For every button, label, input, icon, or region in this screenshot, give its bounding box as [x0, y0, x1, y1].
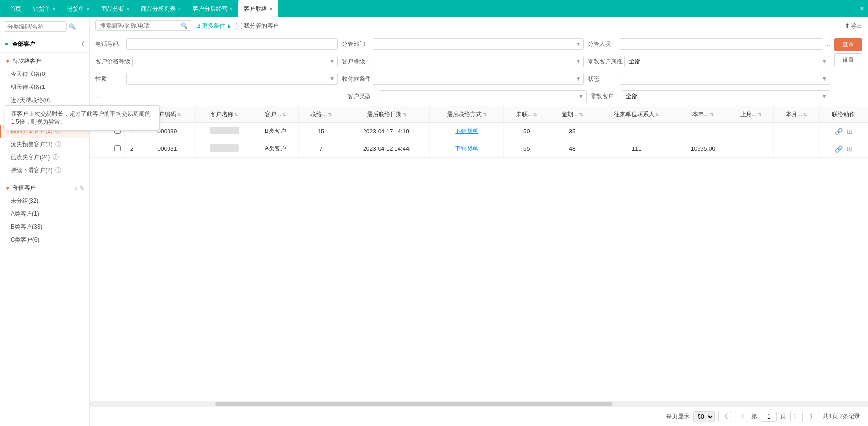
th-pending[interactable]: 未联...⇅ — [504, 106, 549, 123]
payment-select[interactable] — [373, 73, 584, 85]
sidebar-ungrouped[interactable]: 未分组(32) — [0, 194, 89, 207]
sidebar-search-icon[interactable]: 🔍 — [69, 23, 76, 30]
nature-field: 性质 ▼ — [95, 73, 338, 85]
my-customers-checkbox[interactable] — [236, 23, 242, 29]
row4-dots[interactable]: ... — [95, 93, 100, 100]
price-level-select[interactable] — [132, 56, 338, 67]
th-last-month[interactable]: 上月...⇅ — [728, 106, 774, 123]
sidebar-search-input[interactable] — [4, 21, 67, 32]
table-row: 2 000031 A类客户 7 2023-04-12 14:44: 下销货单 5… — [90, 140, 868, 158]
retail-attr-select[interactable]: 全部 — [624, 56, 830, 67]
nav-sales-order[interactable]: 销货单 × — [27, 0, 61, 17]
th-last-contact-method[interactable]: 最后联络方式⇅ — [430, 106, 504, 123]
close-contact-icon[interactable]: × — [269, 6, 272, 12]
prev-page-button[interactable]: 〈 — [735, 411, 747, 422]
next-page-button[interactable]: 〉 — [790, 411, 803, 422]
close-product-analysis-icon[interactable]: × — [126, 6, 129, 12]
horizontal-scrollbar[interactable] — [90, 401, 868, 407]
customer-level-select[interactable] — [373, 56, 584, 67]
person-field: 分管人员 ... — [588, 38, 830, 50]
nav-product-analysis-list[interactable]: 商品分析列表 × — [135, 0, 186, 17]
status-field: 状态 ▼ — [588, 73, 830, 85]
row1-type: B类客户 — [253, 123, 298, 140]
more-conditions-button[interactable]: ⊿ 更多条件 ▲ — [196, 22, 232, 30]
per-page-label: 每页显示 — [666, 412, 689, 421]
nav-customer-contact[interactable]: 客户联络 × — [238, 0, 278, 17]
th-last-contact-date[interactable]: 最后联络日期⇅ — [344, 106, 430, 123]
price-level-field: 客户价格等级 ▼ — [95, 56, 338, 67]
sidebar-all-customers[interactable]: ■ 全部客户 《 — [0, 36, 89, 53]
value-group-edit-icon[interactable]: ✎ — [79, 185, 84, 191]
close-product-list-icon[interactable]: × — [178, 6, 181, 12]
nav-product-analysis[interactable]: 商品分析 × — [95, 0, 135, 17]
person-dots-icon[interactable]: ... — [825, 41, 830, 47]
nature-select[interactable] — [126, 73, 338, 85]
row2-contact: 7 — [298, 140, 344, 158]
sidebar-class-c[interactable]: C类客户(6) — [0, 234, 89, 247]
sidebar-today-contact[interactable]: 今天待联络(0) — [0, 68, 89, 81]
last-page-button[interactable]: 》 — [807, 411, 819, 422]
phone-input[interactable] — [126, 38, 338, 50]
row2-name — [195, 140, 253, 158]
page-number-input[interactable] — [761, 412, 777, 422]
sidebar-7day-contact[interactable]: 近7天待联络(0) — [0, 94, 89, 107]
scroll-thumb[interactable] — [215, 402, 612, 406]
customer-type-select[interactable] — [379, 90, 587, 102]
row1-link-icon[interactable]: 🔗 — [835, 128, 843, 135]
declining-info-icon[interactable]: ⓘ — [55, 167, 61, 174]
th-type[interactable]: 客户...⇅ — [253, 106, 298, 123]
nav-customer-segment[interactable]: 客户分层经营 × — [187, 0, 238, 17]
sidebar-tomorrow-contact[interactable]: 明天待联络(1) — [0, 81, 89, 94]
churn-warning-info-icon[interactable]: ⓘ — [55, 141, 61, 147]
row2-select-checkbox[interactable] — [114, 145, 121, 151]
nav-home[interactable]: 首页 — [4, 0, 27, 17]
th-name[interactable]: 客户名称⇅ — [195, 106, 253, 123]
filter-search-icon[interactable]: 🔍 — [181, 22, 188, 29]
row1-grid-icon[interactable]: ⊞ — [847, 128, 853, 135]
row2-grid-icon[interactable]: ⊞ — [847, 145, 853, 153]
churned-info-icon[interactable]: ⓘ — [53, 154, 59, 161]
sidebar-churned[interactable]: 已流失客户(24) ⓘ — [0, 151, 89, 164]
close-purchase-icon[interactable]: × — [86, 6, 89, 12]
retail-customer-select[interactable]: 全部 — [622, 90, 830, 102]
value-customer-group[interactable]: ▼ 价值客户 ○ ✎ — [0, 181, 89, 194]
filter-row-2: 客户价格等级 ▼ 客户等级 ▼ — [95, 56, 830, 67]
row2-last-method[interactable]: 下销货单 — [430, 140, 504, 158]
row1-action: 🔗 ⊞ — [819, 123, 868, 140]
export-button[interactable]: ⬆ 导出 — [845, 22, 862, 30]
dept-select[interactable] — [373, 38, 584, 50]
query-button[interactable]: 查询 — [834, 38, 862, 51]
sidebar-collapse-icon[interactable]: 《 — [78, 40, 84, 48]
th-contact-count[interactable]: 联络...⇅ — [298, 106, 344, 123]
row2-type: A类客户 — [253, 140, 298, 158]
sidebar-declining[interactable]: 持续下滑客户(2) ⓘ — [0, 164, 89, 177]
filter-row-1: 电话号码 分管部门 ▼ 分管人员 — [95, 38, 830, 50]
close-segment-icon[interactable]: × — [229, 6, 232, 12]
status-select[interactable] — [619, 73, 830, 85]
row2-link-icon[interactable]: 🔗 — [835, 145, 843, 153]
row2-num: 2 — [124, 140, 139, 158]
th-action: 联络动作 — [819, 106, 868, 123]
value-group-circle-icon[interactable]: ○ — [74, 185, 77, 191]
th-this-year[interactable]: 本年...⇅ — [678, 106, 728, 123]
first-page-button[interactable]: 《 — [718, 411, 731, 422]
filter-search-box: 🔍 — [95, 20, 192, 31]
th-unit-contacts[interactable]: 往来单位联系人⇅ — [595, 106, 678, 123]
close-sales-order-icon[interactable]: × — [52, 6, 55, 12]
per-page-select[interactable]: 50 — [693, 411, 715, 422]
setting-button[interactable]: 设置 — [834, 53, 862, 67]
sidebar-class-b[interactable]: B类客户(33) — [0, 220, 89, 234]
sidebar-churn-warning[interactable]: 流失预警客户(3) ⓘ — [0, 138, 89, 151]
pending-contact-title[interactable]: ▼ 待联络客户 — [0, 55, 89, 68]
th-overdue[interactable]: 逾期...⇅ — [549, 106, 595, 123]
close-all-button[interactable]: × — [860, 4, 864, 13]
filter-search-input[interactable] — [100, 22, 181, 29]
row1-name — [195, 123, 253, 140]
th-this-month[interactable]: 本月...⇅ — [774, 106, 819, 123]
nav-purchase-order[interactable]: 进货单 × — [61, 0, 95, 17]
sidebar-class-a[interactable]: A类客户(1) — [0, 207, 89, 220]
row1-last-method[interactable]: 下销货单 — [430, 123, 504, 140]
my-customers-checkbox-area: 我分管的客户 — [236, 22, 279, 30]
chevron-up-icon: ▲ — [226, 22, 232, 29]
person-input[interactable] — [619, 38, 823, 50]
